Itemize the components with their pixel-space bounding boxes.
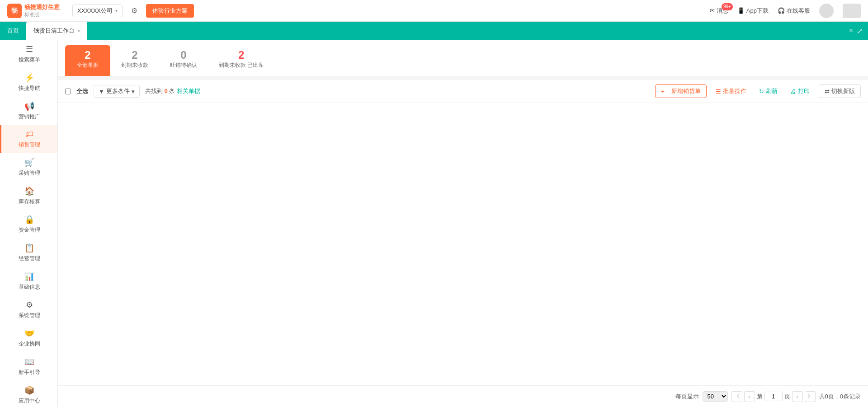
system-icon: ⚙ bbox=[26, 300, 33, 310]
sidebar-item-label-operations: 经营管理 bbox=[19, 255, 40, 262]
logo-area: 畅 畅捷通好生意 标准版 bbox=[7, 4, 65, 18]
sidebar-item-enterprise[interactable]: 🤝 企业协同 bbox=[0, 324, 57, 352]
messages-badge: 99+ bbox=[722, 3, 733, 10]
stat-count-pending: 0 bbox=[180, 49, 186, 61]
sidebar-item-sales[interactable]: 🏷 销售管理 bbox=[0, 125, 57, 153]
sidebar-item-label-app-center: 应用中心 bbox=[19, 397, 40, 405]
sidebar-item-label-marketing: 营销推广 bbox=[19, 113, 40, 121]
tab-collapse-icon[interactable]: × bbox=[849, 27, 853, 35]
sidebar-item-label-purchase: 采购管理 bbox=[19, 169, 40, 177]
select-all-checkbox[interactable] bbox=[65, 89, 71, 94]
prev-page-button[interactable]: ‹ bbox=[744, 391, 755, 402]
sidebar-item-app-center[interactable]: 📦 应用中心 bbox=[0, 381, 57, 407]
main-layout: ☰ 搜索菜单 ⚡ 快捷导航 📢 营销推广 🏷 销售管理 🛒 采购管理 🏠 库存核… bbox=[0, 40, 868, 407]
filter-label: 更多条件 bbox=[106, 87, 130, 95]
sidebar-item-purchase[interactable]: 🛒 采购管理 bbox=[0, 153, 57, 182]
stat-count-all: 2 bbox=[85, 49, 90, 61]
quick-nav-icon: ⚡ bbox=[24, 73, 34, 83]
print-button[interactable]: 🖨 打印 bbox=[787, 85, 813, 97]
tab-active[interactable]: 钱货日清工作台 × bbox=[26, 22, 87, 40]
trial-button[interactable]: 体验行业方案 bbox=[146, 4, 194, 18]
sidebar-item-guide[interactable]: 📖 新手引导 bbox=[0, 352, 57, 381]
sidebar-item-label-quick: 快捷导航 bbox=[19, 84, 40, 92]
sidebar-item-label-sales: 销售管理 bbox=[19, 141, 40, 149]
table-area bbox=[58, 103, 868, 385]
company-name: XXXXXX公司 bbox=[77, 7, 113, 15]
sidebar-item-label-guide: 新手引导 bbox=[19, 369, 40, 376]
toolbar: 全选 ▼ 更多条件 ▾ 共找到 0 条 相关单据 + + 新增销货单 ☰ 批量操… bbox=[58, 80, 868, 103]
headset-icon: 🎧 bbox=[778, 7, 785, 14]
page-suffix: 页 bbox=[784, 393, 790, 401]
page-input[interactable] bbox=[764, 392, 783, 401]
tab-expand-icon[interactable]: ⤢ bbox=[857, 27, 863, 35]
stat-tab-pending[interactable]: 0 旺铺待确认 bbox=[159, 45, 208, 76]
tab-bar-right: × ⤢ bbox=[849, 27, 868, 35]
user-avatar[interactable] bbox=[819, 4, 834, 18]
inventory-icon: 🏠 bbox=[24, 186, 34, 196]
refresh-label: 刷新 bbox=[766, 87, 778, 95]
stat-label-pending: 旺铺待确认 bbox=[170, 61, 197, 69]
next-page-button[interactable]: › bbox=[792, 391, 803, 402]
messages-item[interactable]: ✉ 消息 99+ bbox=[710, 7, 728, 15]
page-nav: 《 ‹ 第 页 › 》 bbox=[731, 391, 816, 402]
tab-close-icon[interactable]: × bbox=[77, 28, 80, 33]
batch-icon: ☰ bbox=[716, 88, 721, 95]
page-label: 第 bbox=[757, 393, 763, 401]
sidebar-item-inventory[interactable]: 🏠 库存核算 bbox=[0, 182, 57, 210]
toolbar-right: + + 新增销货单 ☰ 批量操作 ↻ 刷新 🖨 打印 ⇄ 切换新版 bbox=[655, 84, 861, 98]
stat-tab-overdue[interactable]: 2 到期未收款 bbox=[110, 45, 159, 76]
total-label: 共0页，0条记录 bbox=[819, 393, 861, 401]
add-sales-button[interactable]: + + 新增销货单 bbox=[655, 84, 707, 98]
message-icon: ✉ bbox=[710, 7, 715, 14]
phone-icon: 📱 bbox=[737, 7, 745, 14]
filter-button[interactable]: ▼ 更多条件 ▾ bbox=[94, 85, 140, 98]
refresh-button[interactable]: ↻ 刷新 bbox=[755, 85, 781, 97]
finance-icon: 🔒 bbox=[24, 215, 34, 225]
operations-icon: 📋 bbox=[24, 243, 34, 253]
app-download-item[interactable]: 📱 App下载 bbox=[737, 7, 769, 15]
tab-home[interactable]: 首页 bbox=[0, 22, 26, 40]
batch-button[interactable]: ☰ 批量操作 bbox=[712, 85, 750, 97]
sidebar-item-basic[interactable]: 📊 基础信息 bbox=[0, 267, 57, 295]
enterprise-icon: 🤝 bbox=[24, 328, 34, 338]
sidebar-item-label-finance: 资金管理 bbox=[19, 226, 40, 234]
content-area: 2 全部单据 2 到期未收款 0 旺铺待确认 2 到期未收款 已出库 全选 ▼ … bbox=[58, 40, 868, 407]
first-page-button[interactable]: 《 bbox=[731, 391, 742, 402]
refresh-icon: ↻ bbox=[759, 88, 764, 95]
settings-button[interactable]: ⚙ bbox=[128, 5, 141, 17]
online-service-item[interactable]: 🎧 在线客服 bbox=[778, 7, 810, 15]
add-label: + 新增销货单 bbox=[666, 87, 701, 95]
user-name-area[interactable] bbox=[843, 4, 861, 18]
stat-count-overdue-out: 2 bbox=[238, 49, 244, 61]
sidebar-item-finance[interactable]: 🔒 资金管理 bbox=[0, 210, 57, 239]
per-page-label: 每页显示 bbox=[675, 393, 699, 401]
found-count: 0 bbox=[165, 88, 168, 94]
sidebar-item-system[interactable]: ⚙ 系统管理 bbox=[0, 295, 57, 324]
sidebar-item-quick-nav[interactable]: ⚡ 快捷导航 bbox=[0, 68, 57, 97]
purchase-icon: 🛒 bbox=[24, 158, 34, 168]
last-page-button[interactable]: 》 bbox=[805, 391, 816, 402]
stat-count-overdue: 2 bbox=[132, 49, 137, 61]
add-icon: + bbox=[661, 88, 665, 95]
guide-icon: 📖 bbox=[24, 357, 34, 367]
header-right: ✉ 消息 99+ 📱 App下载 🎧 在线客服 bbox=[710, 4, 861, 18]
stat-tab-overdue-out[interactable]: 2 到期未收款 已出库 bbox=[208, 45, 274, 76]
marketing-icon: 📢 bbox=[24, 101, 34, 111]
app-center-icon: 📦 bbox=[24, 385, 34, 395]
company-selector[interactable]: XXXXXX公司 ▾ bbox=[72, 5, 123, 17]
switch-icon: ⇄ bbox=[825, 88, 830, 95]
switch-version-button[interactable]: ⇄ 切换新版 bbox=[819, 84, 861, 98]
sidebar-item-marketing[interactable]: 📢 营销推广 bbox=[0, 97, 57, 125]
sidebar-item-label-system: 系统管理 bbox=[19, 312, 40, 319]
filter-dropdown-icon: ▾ bbox=[132, 88, 135, 95]
sidebar-item-search-menu[interactable]: ☰ 搜索菜单 bbox=[0, 40, 57, 68]
sidebar-item-label-enterprise: 企业协同 bbox=[19, 340, 40, 348]
stat-tab-all[interactable]: 2 全部单据 bbox=[65, 45, 110, 76]
batch-label: 批量操作 bbox=[723, 87, 746, 95]
per-page-select[interactable]: 50 20 100 200 bbox=[703, 391, 728, 402]
select-all-label: 全选 bbox=[76, 87, 88, 95]
logo-icon: 畅 bbox=[7, 4, 22, 18]
found-link[interactable]: 相关单据 bbox=[177, 88, 200, 94]
sidebar-item-operations[interactable]: 📋 经营管理 bbox=[0, 239, 57, 267]
stats-tabs: 2 全部单据 2 到期未收款 0 旺铺待确认 2 到期未收款 已出库 bbox=[58, 40, 868, 76]
